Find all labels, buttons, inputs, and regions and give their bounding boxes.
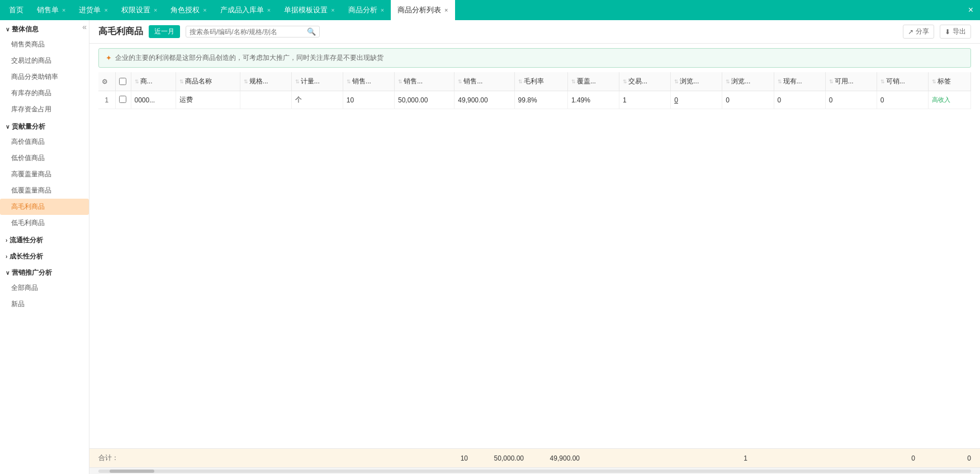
column-available-stock: ⇅ 可用...: [825, 72, 877, 91]
info-text: 企业的主要的利润都是这部分商品创造的，可考虑加大推广，同时关注库存是不要出现缺货: [115, 53, 384, 63]
cell-code: 0000...: [131, 91, 176, 109]
sidebar-group-contribution[interactable]: ∨ 贡献量分析: [0, 118, 89, 134]
sidebar-item-sales-goods[interactable]: 销售类商品: [0, 36, 89, 53]
table-container: ⚙ ⇅ 商...: [89, 72, 980, 448]
col-sort-icon[interactable]: ⇅: [179, 79, 184, 85]
col-sort-icon[interactable]: ⇅: [880, 79, 885, 85]
search-input[interactable]: [190, 28, 307, 36]
sidebar-item-category-rate[interactable]: 商品分类助销率: [0, 69, 89, 85]
footer-transactions: 1: [703, 454, 747, 462]
sidebar-group-overall[interactable]: ∨ 整体信息: [0, 20, 89, 36]
cell-available-stock: 0: [825, 91, 877, 109]
cell-transactions: 1: [619, 91, 671, 109]
sidebar-group-growth[interactable]: › 成长性分析: [0, 247, 89, 264]
cell-num: 1: [98, 91, 115, 109]
close-icon[interactable]: ×: [381, 7, 384, 13]
col-sort-icon[interactable]: ⇅: [347, 79, 351, 85]
sidebar-item-stock-capital[interactable]: 库存资金占用: [0, 101, 89, 118]
column-sales-amount: ⇅ 销售...: [395, 72, 455, 91]
sidebar-group-flow[interactable]: › 流通性分析: [0, 231, 89, 247]
col-sort-icon[interactable]: ⇅: [295, 79, 300, 85]
page-title: 高毛利商品: [98, 26, 143, 37]
col-sort-icon[interactable]: ⇅: [244, 79, 248, 85]
column-gross-margin: ⇅ 毛利率: [514, 72, 567, 91]
chevron-down-icon: ∨: [6, 26, 10, 32]
views1-link[interactable]: 0: [674, 96, 678, 104]
select-all-checkbox[interactable]: [119, 78, 126, 85]
sidebar-group-marketing[interactable]: ∨ 营销推广分析: [0, 264, 89, 280]
col-sort-icon[interactable]: ⇅: [135, 79, 139, 85]
col-sort-icon[interactable]: ⇅: [726, 79, 730, 85]
cell-views1: 0: [671, 91, 722, 109]
col-sort-icon[interactable]: ⇅: [518, 79, 523, 85]
horizontal-scrollbar[interactable]: [89, 467, 980, 474]
settings-icon[interactable]: ⚙: [102, 78, 108, 86]
sidebar-item-high-margin[interactable]: 高毛利商品: [0, 199, 89, 215]
close-icon[interactable]: ×: [104, 7, 107, 13]
share-button[interactable]: ↗ 分享: [903, 25, 934, 39]
sidebar-item-in-stock[interactable]: 有库存的商品: [0, 85, 89, 101]
sidebar: « ∨ 整体信息 销售类商品 交易过的商品 商品分类助销率 有库存的商品 库存资…: [0, 20, 89, 474]
column-transactions: ⇅ 交易...: [619, 72, 671, 91]
share-icon: ↗: [908, 28, 913, 36]
col-sort-icon[interactable]: ⇅: [571, 79, 576, 85]
info-icon: ✦: [106, 54, 112, 62]
nav-tab-analysis-list[interactable]: 商品分析列表 ×: [391, 0, 455, 20]
footer-available-stock: 0: [926, 454, 971, 462]
sidebar-item-new-goods[interactable]: 新品: [0, 296, 89, 312]
sidebar-item-high-value[interactable]: 高价值商品: [0, 134, 89, 150]
col-sort-icon[interactable]: ⇅: [932, 79, 936, 85]
sidebar-item-high-coverage[interactable]: 高覆盖量商品: [0, 166, 89, 182]
close-icon[interactable]: ×: [444, 7, 448, 13]
col-sort-icon[interactable]: ⇅: [398, 79, 403, 85]
export-button[interactable]: ⬇ 导出: [940, 25, 971, 39]
scrollbar-thumb[interactable]: [110, 470, 154, 473]
close-icon[interactable]: ×: [154, 7, 157, 13]
nav-tab-analysis[interactable]: 商品分析 ×: [342, 0, 391, 20]
chevron-right-icon: ›: [6, 254, 7, 260]
close-icon[interactable]: ×: [203, 7, 206, 13]
col-sort-icon[interactable]: ⇅: [778, 79, 782, 85]
col-sort-icon[interactable]: ⇅: [829, 79, 834, 85]
col-sort-icon[interactable]: ⇅: [674, 79, 679, 85]
sidebar-item-low-margin[interactable]: 低毛利商品: [0, 215, 89, 231]
sidebar-item-all-goods[interactable]: 全部商品: [0, 280, 89, 296]
close-icon[interactable]: ×: [62, 7, 65, 13]
cell-checkbox: [115, 91, 131, 109]
cell-sales-qty: 10: [343, 91, 394, 109]
content-area: 高毛利商品 近一月 🔍 ↗ 分享 ⬇ 导出 ✦ 企业的主要的利润都是这部分商品创…: [89, 20, 980, 474]
column-sales-cost: ⇅ 销售...: [455, 72, 514, 91]
nav-tab-permission[interactable]: 权限设置 ×: [115, 0, 164, 20]
row-checkbox[interactable]: [119, 96, 126, 103]
nav-tab-role[interactable]: 角色授权 ×: [164, 0, 213, 20]
footer-sales-qty: 10: [423, 454, 468, 462]
col-sort-icon[interactable]: ⇅: [623, 79, 627, 85]
cell-tag: 高收入: [928, 91, 970, 109]
table-row: 1 0000... 运费 个 10 50,000.00 49,900.00 99…: [98, 91, 971, 109]
sidebar-item-traded-goods[interactable]: 交易过的商品: [0, 53, 89, 69]
col-sort-icon[interactable]: ⇅: [458, 79, 462, 85]
close-icon[interactable]: ×: [331, 7, 334, 13]
cell-spec: [240, 91, 291, 109]
tag-label: 高收入: [932, 96, 950, 103]
column-views2: ⇅ 浏览...: [722, 72, 774, 91]
close-icon[interactable]: ×: [267, 7, 271, 13]
filter-recent-month-button[interactable]: 近一月: [149, 25, 180, 38]
nav-tab-product-in[interactable]: 产成品入库单 ×: [214, 0, 277, 20]
close-all-button[interactable]: ×: [964, 5, 978, 15]
footer-sales-cost: 49,900.00: [535, 454, 580, 462]
nav-tab-sales[interactable]: 销售单 ×: [30, 0, 72, 20]
nav-tab-template[interactable]: 单据模板设置 ×: [277, 0, 341, 20]
column-saleable-stock: ⇅ 可销...: [877, 72, 928, 91]
sidebar-item-low-coverage[interactable]: 低覆盖量商品: [0, 182, 89, 199]
cell-gross-margin: 99.8%: [514, 91, 567, 109]
content-header: 高毛利商品 近一月 🔍 ↗ 分享 ⬇ 导出: [89, 20, 980, 44]
cell-saleable-stock: 0: [877, 91, 928, 109]
column-sales-qty: ⇅ 销售...: [343, 72, 394, 91]
column-views1: ⇅ 浏览...: [671, 72, 722, 91]
sidebar-item-low-value[interactable]: 低价值商品: [0, 150, 89, 166]
search-icon[interactable]: 🔍: [307, 27, 316, 36]
nav-tab-purchase[interactable]: 进货单 ×: [72, 0, 114, 20]
nav-tab-home[interactable]: 首页: [2, 0, 30, 20]
sidebar-collapse-button[interactable]: «: [82, 22, 87, 31]
